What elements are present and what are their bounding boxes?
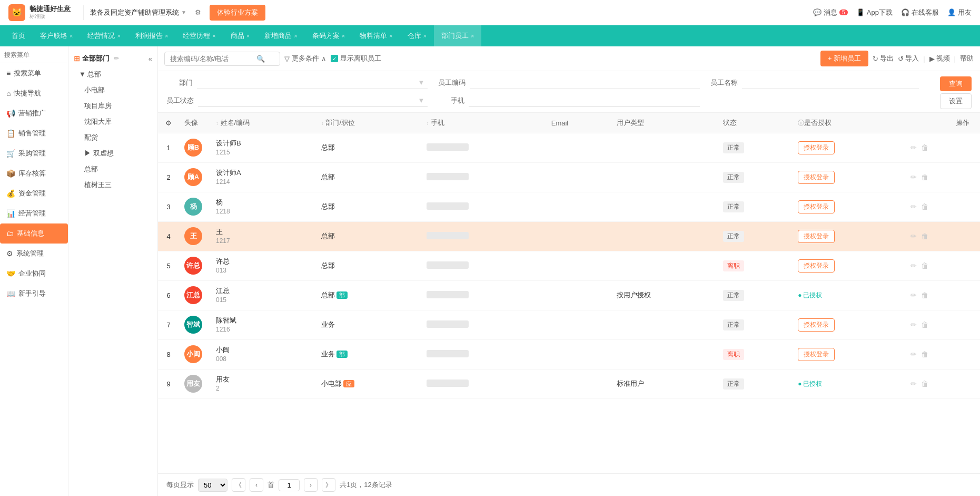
auth-login-btn[interactable]: 授权登录 (798, 230, 835, 243)
first-page-btn[interactable]: 《 (232, 478, 245, 492)
edit-icon[interactable]: ✏ (910, 380, 917, 388)
import-btn[interactable]: ↺ 导入 (898, 54, 919, 63)
trial-button[interactable]: 体验行业方案 (210, 5, 265, 21)
close-tab-icon[interactable]: × (342, 33, 345, 39)
nav-tab[interactable]: 部门员工 × (434, 25, 481, 46)
col-settings[interactable]: ⚙ (158, 113, 179, 133)
phone-blur (427, 202, 469, 210)
reset-button[interactable]: 设置 (940, 93, 972, 109)
edit-icon[interactable]: ✏ (910, 173, 917, 181)
nav-tab[interactable]: 客户联络 × (33, 25, 80, 46)
sidebar-item-采购管理[interactable]: 🛒采购管理 (0, 143, 68, 163)
page-size-select[interactable]: 50 100 200 (198, 479, 227, 492)
edit-icon[interactable]: ✏ (910, 232, 917, 240)
last-page-btn[interactable]: 》 (322, 478, 335, 492)
close-tab-icon[interactable]: × (423, 33, 427, 39)
more-filter-btn[interactable]: ▽ 更多条件 ∧ (284, 54, 326, 63)
sidebar-search-input[interactable] (4, 51, 68, 59)
edit-icon[interactable]: ✏ (910, 291, 917, 299)
emp-code-input[interactable] (470, 76, 699, 89)
dept-tree-item[interactable]: 植树王三 (68, 177, 157, 193)
dept-tree-item[interactable]: 配货 (68, 130, 157, 145)
emp-name-input[interactable] (742, 76, 919, 89)
nav-tab[interactable]: 经营历程 × (175, 25, 223, 46)
dept-tree-item[interactable]: 总部 (68, 161, 157, 177)
sidebar-item-营销推广[interactable]: 📢营销推广 (0, 103, 68, 123)
export-btn[interactable]: ↻ 导出 (873, 54, 894, 63)
edit-icon[interactable]: ✏ (910, 143, 917, 152)
close-tab-icon[interactable]: × (389, 33, 392, 39)
sidebar-item-库存核算[interactable]: 📦库存核算 (0, 163, 68, 183)
sidebar-item-基础信息[interactable]: 🗂基础信息 (0, 223, 68, 244)
auth-login-btn[interactable]: 授权登录 (798, 259, 835, 273)
delete-icon[interactable]: 🗑 (921, 291, 928, 299)
sidebar-item-搜索菜单[interactable]: ≡搜索菜单 (0, 63, 68, 83)
view-btn[interactable]: ▶ 视频 (929, 54, 950, 63)
close-tab-icon[interactable]: × (165, 33, 168, 39)
nav-tab[interactable]: 新增商品 × (257, 25, 304, 46)
dept-tree-item[interactable]: 项目库房 (68, 98, 157, 114)
delete-icon[interactable]: 🗑 (921, 143, 928, 152)
delete-icon[interactable]: 🗑 (921, 232, 928, 240)
dept-collapse-icon[interactable]: « (149, 55, 152, 63)
dept-tree-item[interactable]: 小电部 (68, 82, 157, 98)
resign-checkbox[interactable]: ✓ (331, 55, 338, 62)
prev-page-btn[interactable]: ‹ (250, 478, 263, 492)
gear-button[interactable]: ⚙ (191, 5, 205, 20)
edit-icon[interactable]: ✏ (910, 320, 917, 329)
edit-icon[interactable]: ✏ (910, 350, 917, 358)
search-input[interactable] (170, 55, 254, 63)
delete-icon[interactable]: 🗑 (921, 350, 928, 358)
close-tab-icon[interactable]: × (117, 33, 120, 39)
auth-login-btn[interactable]: 授权登录 (798, 200, 835, 213)
nav-tab[interactable]: 首页 (4, 25, 33, 46)
sidebar-item-快捷导航[interactable]: ⌂快捷导航 (0, 83, 68, 103)
sidebar-item-资金管理[interactable]: 💰资金管理 (0, 183, 68, 203)
phone-input[interactable] (469, 94, 699, 107)
auth-login-btn[interactable]: 授权登录 (798, 318, 835, 332)
dept-edit-icon[interactable]: ✏ (114, 55, 119, 62)
edit-icon[interactable]: ✏ (910, 202, 917, 211)
dept-tree-item[interactable]: ▼ 总部 (68, 66, 157, 82)
delete-icon[interactable]: 🗑 (921, 173, 928, 181)
close-tab-icon[interactable]: × (70, 33, 73, 39)
page-input[interactable] (279, 479, 300, 491)
nav-tab[interactable]: 经营情况 × (80, 25, 127, 46)
nav-tab[interactable]: 仓库 × (400, 25, 434, 46)
app-download-btn[interactable]: 📱 App下载 (856, 8, 893, 17)
sidebar-item-新手引导[interactable]: 📖新手引导 (0, 284, 68, 304)
sidebar-item-销售管理[interactable]: 📋销售管理 (0, 123, 68, 143)
next-page-btn[interactable]: › (304, 478, 318, 492)
service-btn[interactable]: 🎧 在线客服 (901, 8, 939, 17)
help-btn[interactable]: 帮助 (960, 54, 974, 63)
dept-tree-item[interactable]: ▶ 双虐想 (68, 145, 157, 161)
close-tab-icon[interactable]: × (471, 33, 474, 39)
delete-icon[interactable]: 🗑 (921, 320, 928, 329)
dept-filter-input[interactable]: ▼ (197, 76, 428, 89)
add-employee-button[interactable]: + 新增员工 (820, 51, 868, 66)
close-tab-icon[interactable]: × (294, 33, 297, 39)
delete-icon[interactable]: 🗑 (921, 380, 928, 388)
nav-tab[interactable]: 物料清单 × (352, 25, 400, 46)
user-btn[interactable]: 👤 用友 (947, 8, 972, 17)
dept-tree-item[interactable]: 沈阳大库 (68, 114, 157, 130)
system-dropdown-arrow[interactable]: ▼ (181, 9, 186, 15)
auth-login-btn[interactable]: 授权登录 (798, 348, 835, 361)
nav-tab[interactable]: 利润报告 × (128, 25, 175, 46)
show-resign-toggle[interactable]: ✓ 显示离职员工 (331, 54, 381, 63)
auth-login-btn[interactable]: 授权登录 (798, 141, 835, 154)
close-tab-icon[interactable]: × (212, 33, 215, 39)
nav-tab[interactable]: 商品 × (223, 25, 257, 46)
auth-login-btn[interactable]: 授权登录 (798, 171, 835, 184)
sidebar-item-企业协同[interactable]: 🤝企业协同 (0, 264, 68, 284)
sidebar-item-系统管理[interactable]: ⚙系统管理 (0, 244, 68, 264)
query-button[interactable]: 查询 (940, 76, 972, 91)
close-tab-icon[interactable]: × (246, 33, 250, 39)
sidebar-item-经营管理[interactable]: 📊经营管理 (0, 203, 68, 223)
delete-icon[interactable]: 🗑 (921, 261, 928, 270)
delete-icon[interactable]: 🗑 (921, 202, 928, 211)
nav-tab[interactable]: 条码方案 × (305, 25, 352, 46)
emp-status-input[interactable]: ▼ (198, 94, 428, 107)
edit-icon[interactable]: ✏ (910, 261, 917, 270)
message-btn[interactable]: 💬 消息 5 (813, 8, 848, 17)
